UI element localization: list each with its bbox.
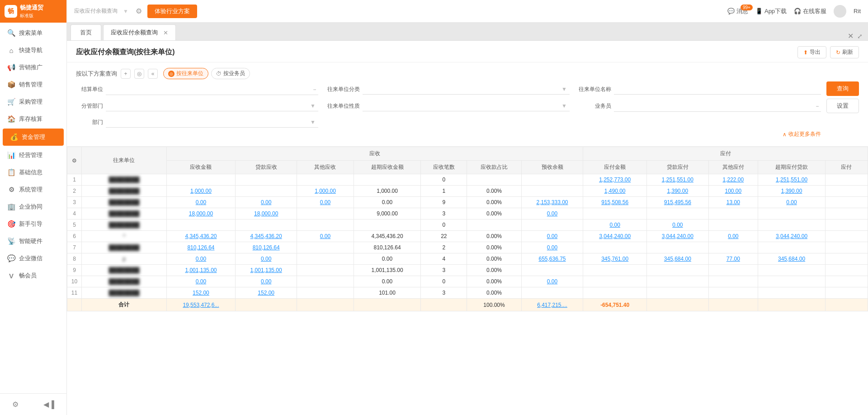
- topbar-gear-icon[interactable]: ⚙: [136, 7, 142, 15]
- query-button[interactable]: 查询: [826, 81, 859, 96]
- topbar: 应收应付余额查询 ▼ ⚙ 体验行业方案 💬 消息 99+ 📱 App下载 🎧 在…: [67, 0, 868, 23]
- sidebar-item-business[interactable]: 📊 经营管理: [0, 147, 66, 164]
- sidebar-item-guide[interactable]: 🎯 新手引导: [0, 215, 66, 233]
- filter-settlement-unit: 结算单位 ···: [76, 84, 318, 95]
- table-row: 3████████0.000.000.000.0090.00%2,153,333…: [67, 197, 868, 208]
- guide-icon: 🎯: [7, 220, 15, 228]
- salesperson-input[interactable]: ···: [614, 100, 821, 112]
- topbar-app-download[interactable]: 📱 App下载: [755, 7, 787, 15]
- sidebar-item-enterprise[interactable]: 🏢 企业协同: [0, 198, 66, 215]
- th-ar-prepay: 预收余额: [521, 161, 583, 174]
- breadcrumb-text: 应收应付余额查询: [74, 7, 118, 15]
- sidebar-item-basicinfo[interactable]: 📋 基础信息: [0, 164, 66, 181]
- sidebar-bottom-settings[interactable]: ⚙: [8, 397, 23, 411]
- sidebar-item-wx[interactable]: 💬 企业微信: [0, 250, 66, 267]
- sidebar-item-label: 企业协同: [19, 203, 42, 211]
- username: Rit: [854, 8, 861, 14]
- service-label: 在线客服: [803, 7, 826, 15]
- sidebar-item-system[interactable]: ⚙ 系统管理: [0, 181, 66, 198]
- footer-ap-loan: [647, 299, 708, 311]
- th-settings[interactable]: ⚙: [67, 147, 82, 174]
- enterprise-icon: 🏢: [7, 203, 15, 211]
- sidebar-item-sales[interactable]: 📦 销售管理: [0, 76, 66, 93]
- filter-salesperson: 业务员 ···: [579, 100, 821, 112]
- sidebar-item-label: 搜索菜单: [19, 29, 42, 37]
- sidebar-item-search[interactable]: 🔍 搜索菜单: [0, 24, 66, 42]
- sidebar-item-label: 智能硬件: [19, 237, 42, 245]
- service-icon: 🎧: [794, 8, 801, 14]
- sidebar-item-purchase[interactable]: 🛒 采购管理: [0, 93, 66, 110]
- partner-name-input[interactable]: [614, 84, 821, 95]
- footer-ar-amount: 19,553,472,6...: [166, 299, 235, 311]
- system-icon: ⚙: [7, 186, 15, 194]
- solution-button[interactable]: 体验行业方案: [147, 5, 197, 18]
- sidebar-item-label: 销售管理: [19, 81, 42, 89]
- tab-close-icon[interactable]: ✕: [163, 29, 168, 36]
- filter-collapse-button[interactable]: «: [148, 69, 158, 79]
- scheme-selector-row: 按以下方案查询 + ◎ « ◎ 按往来单位 ⏱ 按业务员: [76, 68, 821, 79]
- scheme-staff-icon: ⏱: [216, 71, 222, 77]
- filter-edit-button[interactable]: ◎: [134, 69, 144, 79]
- tab-maximize-icon[interactable]: ⤢: [857, 33, 863, 40]
- scheme-by-staff[interactable]: ⏱ 按业务员: [211, 68, 250, 79]
- export-button[interactable]: ⬆ 导出: [797, 46, 826, 58]
- topbar-breadcrumb: 应收应付余额查询: [74, 7, 118, 15]
- table-row: 5████████00.000.00: [67, 219, 868, 231]
- table-area: ⚙ 往来单位 应收 应付 应收金额 贷款应收 其他应收 超期应收金额 应收笔数 …: [67, 147, 868, 415]
- filter-area: 按以下方案查询 + ◎ « ◎ 按往来单位 ⏱ 按业务员: [67, 62, 868, 147]
- dept-manager-select[interactable]: ▼: [106, 101, 318, 111]
- quicknav-icon: ⌂: [7, 46, 15, 54]
- scheme-by-partner[interactable]: ◎ 按往来单位: [163, 68, 208, 79]
- footer-ap-amount: -654,751.40: [583, 299, 647, 311]
- salesperson-label: 业务员: [579, 102, 611, 110]
- partner-nature-arrow-icon: ▼: [561, 103, 567, 109]
- sidebar-item-marketing[interactable]: 📢 营销推广: [0, 59, 66, 76]
- table-row: 9████████1,001,135.001,001,135.001,001,1…: [67, 265, 868, 276]
- filter-dept: 部门 ▼: [76, 117, 318, 128]
- partner-nature-select[interactable]: ▼: [363, 101, 570, 111]
- sidebar-item-inventory[interactable]: 🏠 库存核算: [0, 110, 66, 128]
- dept-label: 部门: [76, 119, 103, 126]
- collapse-more-btn[interactable]: ∧ 收起更多条件: [76, 128, 821, 141]
- logo-badge: 标准版: [20, 13, 43, 19]
- sales-icon: 📦: [7, 81, 15, 89]
- tab-close-window-icon[interactable]: ✕: [848, 32, 854, 40]
- table-footer: 合计 19,553,472,6... 100.00% 6,417,215....…: [67, 299, 868, 311]
- main-area: 应收应付余额查询 ▼ ⚙ 体验行业方案 💬 消息 99+ 📱 App下载 🎧 在…: [67, 0, 868, 415]
- smarthw-icon: 📡: [7, 237, 15, 245]
- filter-dept-manager: 分管部门 ▼: [76, 100, 318, 112]
- inventory-icon: 🏠: [7, 115, 15, 123]
- user-avatar[interactable]: [834, 5, 846, 18]
- filter-partner-nature: 往来单位性质 ▼: [327, 100, 570, 112]
- sidebar-item-quicknav[interactable]: ⌂ 快捷导航: [0, 42, 66, 59]
- page-header: 应收应付余额查询(按往来单位) ⬆ 导出 ↻ 刷新: [67, 41, 868, 62]
- sidebar-item-smarthw[interactable]: 📡 智能硬件: [0, 233, 66, 250]
- filter-partner-category: 往来单位分类 ▼: [327, 84, 570, 95]
- tab-home[interactable]: 首页: [71, 24, 101, 40]
- dept-arrow-icon: ▼: [310, 119, 316, 125]
- settlement-unit-input[interactable]: ···: [106, 84, 318, 95]
- data-table: ⚙ 往来单位 应收 应付 应收金额 贷款应收 其他应收 超期应收金额 应收笔数 …: [67, 147, 868, 311]
- member-icon: V: [7, 272, 15, 280]
- topbar-right: 💬 消息 99+ 📱 App下载 🎧 在线客服 Rit: [727, 5, 861, 18]
- refresh-icon: ↻: [836, 49, 840, 56]
- th-partner: 往来单位: [82, 147, 167, 174]
- topbar-online-service[interactable]: 🎧 在线客服: [794, 7, 826, 15]
- settings-button[interactable]: 设置: [826, 99, 859, 113]
- sidebar-item-finance[interactable]: 💰 资金管理: [3, 129, 64, 146]
- settlement-unit-dots-icon: ···: [313, 86, 316, 93]
- dept-select[interactable]: ▼: [106, 117, 318, 128]
- logo-title: 畅捷通贸: [20, 4, 43, 12]
- filter-add-button[interactable]: +: [121, 69, 131, 79]
- sidebar-bottom-collapse[interactable]: ◀▐: [39, 397, 58, 411]
- partner-category-select[interactable]: ▼: [363, 84, 570, 95]
- topbar-message[interactable]: 💬 消息 99+: [727, 7, 748, 15]
- tab-ar-ap[interactable]: 应收应付余额查询 ✕: [103, 24, 176, 40]
- table-row: 4████████18,000.0018,000.009,000.0030.00…: [67, 208, 868, 219]
- sidebar-item-member[interactable]: V 畅会员: [0, 267, 66, 284]
- sidebar-item-label: 经营管理: [19, 151, 42, 159]
- refresh-button[interactable]: ↻ 刷新: [830, 46, 859, 58]
- app-icon: 📱: [755, 8, 763, 14]
- sidebar-item-label: 资金管理: [22, 133, 45, 141]
- th-ap-overdue: 超期应付贷款: [758, 161, 826, 174]
